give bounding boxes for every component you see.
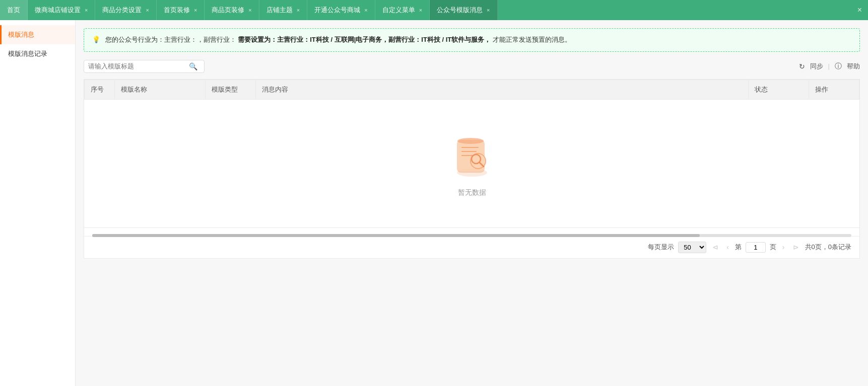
nav-tab-1[interactable]: 微商城店铺设置 × bbox=[28, 0, 95, 20]
sidebar: 模版消息 模版消息记录 bbox=[0, 20, 76, 386]
main-layout: 模版消息 模版消息记录 💡 您的公众号行业为：主营行业：，副营行业： 需要设置为… bbox=[0, 20, 868, 386]
nav-tab-6-close[interactable]: × bbox=[364, 7, 367, 13]
nav-tab-3-close[interactable]: × bbox=[194, 7, 197, 13]
alert-suffix: 才能正常发送预置的消息。 bbox=[493, 36, 571, 43]
page-size-label: 每页显示 bbox=[648, 243, 674, 252]
nav-tab-1-close[interactable]: × bbox=[85, 7, 88, 13]
search-bar: 🔍 ↻ 同步 | ⓘ 帮助 bbox=[84, 60, 860, 73]
sync-button[interactable]: 同步 bbox=[810, 62, 823, 71]
divider: | bbox=[828, 62, 830, 70]
close-all-button[interactable]: × bbox=[851, 6, 868, 15]
scroll-thumb bbox=[92, 234, 700, 237]
col-header-content: 消息内容 bbox=[256, 80, 749, 99]
col-header-status: 状态 bbox=[749, 80, 809, 99]
nav-tab-8-label: 公众号模版消息 bbox=[437, 6, 483, 15]
nav-tab-6[interactable]: 开通公众号商城 × bbox=[307, 0, 375, 20]
search-input-wrap: 🔍 bbox=[84, 60, 205, 73]
sidebar-item-template-message-records[interactable]: 模版消息记录 bbox=[0, 44, 75, 63]
col-header-name: 模版名称 bbox=[115, 80, 206, 99]
nav-tab-4[interactable]: 商品页装修 × bbox=[205, 0, 259, 20]
nav-tab-3-label: 首页装修 bbox=[164, 6, 190, 15]
nav-tab-1-label: 微商城店铺设置 bbox=[35, 6, 81, 15]
next-page-button[interactable]: › bbox=[780, 242, 787, 252]
nav-tab-7-close[interactable]: × bbox=[419, 7, 422, 13]
search-input[interactable] bbox=[88, 62, 189, 70]
alert-icon: 💡 bbox=[92, 36, 100, 43]
last-page-button[interactable]: ⊳ bbox=[791, 242, 801, 252]
empty-text: 暂无数据 bbox=[458, 188, 486, 197]
total-info: 共0页，0条记录 bbox=[805, 243, 851, 252]
col-header-action: 操作 bbox=[809, 80, 859, 99]
nav-tab-8[interactable]: 公众号模版消息 × bbox=[430, 0, 497, 20]
nav-tab-4-label: 商品页装修 bbox=[212, 6, 244, 15]
nav-tab-2-label: 商品分类设置 bbox=[102, 6, 142, 15]
data-table: 序号 模版名称 模版类型 消息内容 状态 操作 bbox=[84, 80, 859, 100]
nav-tab-home-label: 首页 bbox=[7, 6, 20, 15]
first-page-button[interactable]: ⊲ bbox=[710, 242, 720, 252]
svg-point-3 bbox=[457, 138, 484, 144]
page-size-select: 50 10 20 100 bbox=[678, 242, 706, 253]
nav-tab-5[interactable]: 店铺主题 × bbox=[259, 0, 307, 20]
scroll-track bbox=[92, 234, 851, 237]
empty-illustration bbox=[447, 130, 497, 180]
sidebar-item-template-message-label: 模版消息 bbox=[8, 31, 34, 38]
help-button[interactable]: 帮助 bbox=[847, 62, 860, 71]
search-actions: ↻ 同步 | ⓘ 帮助 bbox=[799, 62, 860, 71]
nav-tab-5-close[interactable]: × bbox=[297, 7, 300, 13]
nav-tab-2-close[interactable]: × bbox=[146, 7, 149, 13]
prev-page-button[interactable]: ‹ bbox=[724, 242, 731, 252]
alert-prefix: 您的公众号行业为：主营行业：，副营行业： bbox=[105, 36, 236, 43]
nav-tab-2[interactable]: 商品分类设置 × bbox=[95, 0, 156, 20]
page-input[interactable] bbox=[746, 242, 766, 253]
nav-tab-3[interactable]: 首页装修 × bbox=[157, 0, 205, 20]
col-header-type: 模版类型 bbox=[206, 80, 256, 99]
nav-tab-5-label: 店铺主题 bbox=[266, 6, 293, 15]
table-container: 序号 模版名称 模版类型 消息内容 状态 操作 bbox=[84, 79, 860, 259]
page-suffix: 页 bbox=[770, 243, 776, 252]
page-prefix: 第 bbox=[735, 243, 742, 252]
nav-tab-4-close[interactable]: × bbox=[248, 7, 251, 13]
col-header-index: 序号 bbox=[85, 80, 115, 99]
top-nav: 首页 微商城店铺设置 × 商品分类设置 × 首页装修 × 商品页装修 × 店铺主… bbox=[0, 0, 868, 20]
search-icon[interactable]: 🔍 bbox=[189, 62, 197, 70]
sidebar-item-template-message-records-label: 模版消息记录 bbox=[8, 50, 47, 57]
sync-icon: ↻ bbox=[799, 62, 805, 70]
nav-tab-home[interactable]: 首页 bbox=[0, 0, 28, 20]
page-size-dropdown[interactable]: 50 10 20 100 bbox=[678, 242, 706, 253]
sidebar-item-template-message[interactable]: 模版消息 bbox=[0, 25, 75, 44]
nav-tab-7[interactable]: 自定义菜单 × bbox=[375, 0, 430, 20]
nav-tab-8-close[interactable]: × bbox=[487, 7, 490, 13]
alert-highlight: 需要设置为：主营行业：IT科技 / 互联网|电子商务，副营行业：IT科技 / I… bbox=[238, 36, 491, 43]
help-icon: ⓘ bbox=[835, 62, 842, 71]
nav-tab-6-label: 开通公众号商城 bbox=[314, 6, 360, 15]
nav-tab-7-label: 自定义菜单 bbox=[382, 6, 415, 15]
content-area: 💡 您的公众号行业为：主营行业：，副营行业： 需要设置为：主营行业：IT科技 /… bbox=[76, 20, 868, 386]
pagination: 每页显示 50 10 20 100 ⊲ ‹ 第 页 › ⊳ 共0页，0条记录 bbox=[84, 236, 859, 258]
scroll-indicator[interactable] bbox=[84, 227, 859, 236]
empty-state: 暂无数据 bbox=[84, 100, 859, 227]
alert-box: 💡 您的公众号行业为：主营行业：，副营行业： 需要设置为：主营行业：IT科技 /… bbox=[84, 28, 860, 52]
